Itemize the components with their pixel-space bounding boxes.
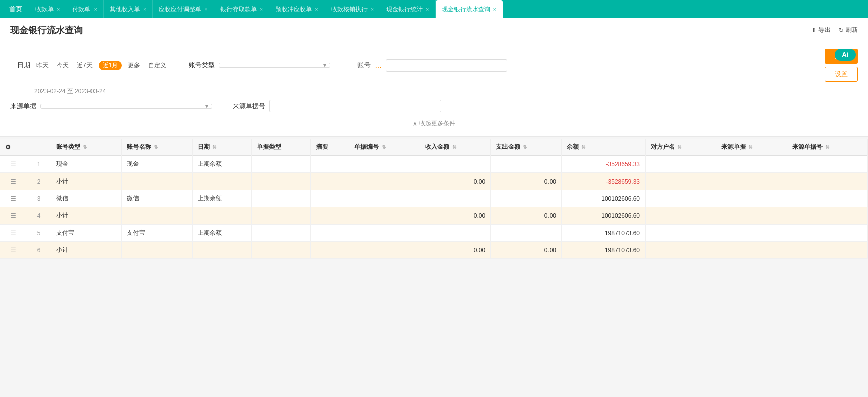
row-income	[420, 225, 491, 242]
nav-tab-2[interactable]: 其他收入单 ×	[104, 0, 153, 18]
nav-tab-4[interactable]: 银行存取款单 ×	[214, 0, 269, 18]
close-icon-6[interactable]: ×	[371, 6, 374, 12]
row-source-doc-no	[787, 173, 867, 190]
row-balance: 100102606.60	[561, 190, 645, 207]
row-gear-icon[interactable]: ☰	[0, 173, 27, 190]
nav-tab-1[interactable]: 付款单 ×	[66, 0, 103, 18]
col-account-type[interactable]: 账号类型 ⇅	[51, 139, 122, 156]
date-shortcut-today[interactable]: 今天	[55, 61, 71, 70]
row-balance: 19871073.60	[561, 225, 645, 242]
close-icon-1[interactable]: ×	[94, 6, 97, 12]
table-row[interactable]: ☰ 4 小计 0.00 0.00 100102606.60	[0, 207, 868, 225]
col-counterparty[interactable]: 对方户名 ⇅	[645, 139, 716, 156]
row-counterparty	[645, 190, 716, 207]
source-doc-num-input[interactable]	[269, 100, 441, 112]
table-row[interactable]: ☰ 1 现金 现金 上期余额 -3528659.33	[0, 156, 868, 173]
row-balance: -3528659.33	[561, 173, 645, 190]
account-type-select[interactable]	[219, 63, 330, 68]
close-icon-0[interactable]: ×	[57, 6, 60, 12]
date-shortcut-custom[interactable]: 自定义	[146, 61, 168, 70]
col-balance[interactable]: 余额 ⇅	[561, 139, 645, 156]
close-icon-7[interactable]: ×	[426, 6, 429, 12]
row-doc-type	[251, 242, 310, 259]
collapse-icon: ∧	[413, 120, 417, 127]
row-counterparty	[645, 225, 716, 242]
sort-account-type-icon: ⇅	[83, 144, 87, 150]
row-source-doc	[716, 173, 787, 190]
close-icon-5[interactable]: ×	[315, 6, 318, 12]
col-source-doc-label: 来源单据	[721, 143, 746, 150]
row-date	[192, 173, 251, 190]
row-summary	[311, 207, 349, 225]
account-dots-button[interactable]: ...	[375, 61, 381, 70]
account-input[interactable]	[386, 59, 507, 72]
filter-row-1: 日期 昨天 今天 近7天 近1月 更多 自定义 账号类型 ▾ 账号 ... 查询…	[10, 49, 858, 82]
collapse-conditions-button[interactable]: ∧ 收起更多条件	[10, 117, 858, 130]
table-row[interactable]: ☰ 5 支付宝 支付宝 上期余额 19871073.60	[0, 225, 868, 242]
row-counterparty	[645, 156, 716, 173]
nav-home[interactable]: 首页	[2, 5, 29, 14]
close-icon-2[interactable]: ×	[143, 6, 146, 12]
page-header: 现金银行流水查询 ⬆ 导出 ↻ 刷新	[0, 18, 868, 42]
close-icon-4[interactable]: ×	[260, 6, 263, 12]
col-source-doc-no-label: 来源单据号	[792, 143, 823, 150]
row-source-doc-no	[787, 190, 867, 207]
table-row[interactable]: ☰ 3 微信 微信 上期余额 100102606.60	[0, 190, 868, 207]
nav-tab-7[interactable]: 现金银行统计 ×	[380, 0, 435, 18]
col-date-label: 日期	[198, 143, 210, 150]
row-date: 上期余额	[192, 225, 251, 242]
col-index	[27, 139, 51, 156]
row-expense: 0.00	[491, 242, 562, 259]
nav-tab-5[interactable]: 预收冲应收单 ×	[269, 0, 325, 18]
col-source-doc-no[interactable]: 来源单据号 ⇅	[787, 139, 867, 156]
col-source-doc[interactable]: 来源单据 ⇅	[716, 139, 787, 156]
col-account-name[interactable]: 账号名称 ⇅	[121, 139, 192, 156]
export-icon: ⬆	[811, 27, 816, 34]
col-doc-type: 单据类型	[251, 139, 310, 156]
col-date[interactable]: 日期 ⇅	[192, 139, 251, 156]
source-doc-select-wrapper: ▾	[40, 104, 212, 109]
col-expense[interactable]: 支出金额 ⇅	[491, 139, 562, 156]
close-icon-8[interactable]: ×	[493, 6, 496, 12]
nav-tab-0[interactable]: 收款单 ×	[29, 0, 66, 18]
row-gear-icon[interactable]: ☰	[0, 190, 27, 207]
nav-tab-6[interactable]: 收款核销执行 ×	[325, 0, 380, 18]
row-date: 上期余额	[192, 190, 251, 207]
sort-doc-no-icon: ⇅	[382, 144, 386, 150]
row-index: 5	[27, 225, 51, 242]
row-expense	[491, 156, 562, 173]
row-income: 0.00	[420, 207, 491, 225]
row-balance: 100102606.60	[561, 207, 645, 225]
close-icon-3[interactable]: ×	[204, 6, 207, 12]
date-shortcut-1month[interactable]: 近1月	[99, 61, 122, 70]
source-doc-select[interactable]	[40, 104, 212, 109]
page-title: 现金银行流水查询	[10, 24, 83, 36]
row-date: 上期余额	[192, 156, 251, 173]
row-gear-icon[interactable]: ☰	[0, 207, 27, 225]
row-gear-icon[interactable]: ☰	[0, 156, 27, 173]
table-row[interactable]: ☰ 6 小计 0.00 0.00 19871073.60	[0, 242, 868, 259]
row-gear-icon[interactable]: ☰	[0, 225, 27, 242]
nav-tab-8[interactable]: 现金银行流水查询 ×	[436, 0, 503, 18]
col-doc-no[interactable]: 单据编号 ⇅	[349, 139, 420, 156]
ai-badge[interactable]: Ai	[835, 49, 856, 61]
export-button[interactable]: ⬆ 导出	[811, 26, 831, 34]
row-source-doc	[716, 190, 787, 207]
row-gear-icon[interactable]: ☰	[0, 242, 27, 259]
row-account-name: 现金	[121, 156, 192, 173]
row-summary	[311, 242, 349, 259]
settings-button[interactable]: 设置	[825, 67, 858, 82]
col-income[interactable]: 收入金额 ⇅	[420, 139, 491, 156]
col-balance-label: 余额	[567, 143, 579, 150]
data-table: ⚙ 账号类型 ⇅ 账号名称 ⇅ 日期 ⇅ 单据类型 摘要 单据编号	[0, 139, 868, 259]
row-index: 1	[27, 156, 51, 173]
filter-area: 日期 昨天 今天 近7天 近1月 更多 自定义 账号类型 ▾ 账号 ... 查询…	[0, 42, 868, 137]
date-shortcut-yesterday[interactable]: 昨天	[34, 61, 51, 70]
date-shortcut-more[interactable]: 更多	[126, 61, 142, 70]
sort-balance-icon: ⇅	[581, 144, 585, 150]
nav-tab-3[interactable]: 应收应付调整单 ×	[153, 0, 214, 18]
refresh-button[interactable]: ↻ 刷新	[839, 26, 858, 34]
col-gear[interactable]: ⚙	[0, 139, 27, 156]
date-shortcut-7days[interactable]: 近7天	[75, 61, 95, 70]
table-row[interactable]: ☰ 2 小计 0.00 0.00 -3528659.33	[0, 173, 868, 190]
